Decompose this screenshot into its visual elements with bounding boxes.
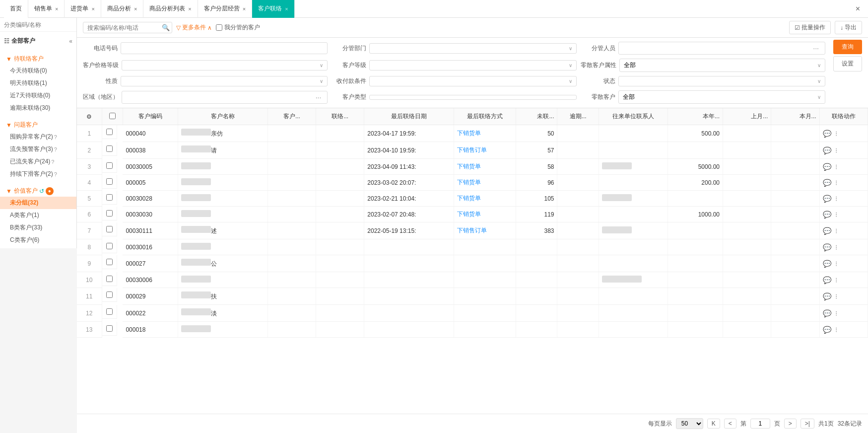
my-customers-check[interactable] bbox=[216, 24, 222, 31]
nav-tab-product-list[interactable]: 商品分析列表 × bbox=[143, 0, 198, 18]
last-page-button[interactable]: >| bbox=[801, 419, 814, 429]
row-checkbox[interactable] bbox=[106, 243, 113, 249]
more-actions-icon[interactable]: ⁝ bbox=[835, 292, 837, 300]
sidebar-item-overdue[interactable]: 逾期未联络(30) bbox=[0, 102, 76, 114]
more-actions-icon[interactable]: ⁝ bbox=[835, 260, 837, 268]
page-size-select[interactable]: 50 100 200 bbox=[676, 418, 703, 429]
close-icon[interactable]: × bbox=[285, 6, 288, 12]
more-actions-icon[interactable]: ⁝ bbox=[835, 163, 837, 171]
nav-tab-home[interactable]: 首页 bbox=[4, 0, 28, 18]
score-customers-group[interactable]: ▼ 价值客户 ↺ ● bbox=[0, 184, 76, 197]
sidebar-item-class-b[interactable]: B类客户(33) bbox=[0, 221, 76, 234]
more-actions-icon[interactable]: ⁝ bbox=[835, 276, 837, 284]
more-actions-icon[interactable]: ⁝ bbox=[835, 326, 837, 334]
batch-operation-button[interactable]: ☑ 批量操作 bbox=[789, 21, 831, 34]
chat-icon[interactable]: 💬 bbox=[823, 163, 831, 171]
nav-tab-customer-tier[interactable]: 客户分层经营 × bbox=[198, 0, 252, 18]
last-method-link[interactable]: 下销货单 bbox=[457, 195, 481, 202]
payment-select[interactable]: ∨ bbox=[369, 76, 576, 86]
manager-select[interactable]: ··· bbox=[618, 42, 825, 55]
more-actions-icon[interactable]: ⁝ bbox=[835, 243, 837, 251]
close-icon[interactable]: × bbox=[243, 6, 246, 12]
customer-level-select[interactable]: ∨ bbox=[369, 60, 576, 71]
reset-button[interactable]: 设置 bbox=[833, 56, 862, 72]
chat-icon[interactable]: 💬 bbox=[823, 326, 831, 334]
row-checkbox[interactable] bbox=[106, 162, 113, 169]
sidebar-item-churned[interactable]: 已流失客户(24) ? bbox=[0, 155, 76, 168]
more-actions-icon[interactable]: ⁝ bbox=[835, 179, 837, 187]
close-icon[interactable]: × bbox=[55, 6, 58, 12]
chat-icon[interactable]: 💬 bbox=[823, 276, 831, 284]
chat-icon[interactable]: 💬 bbox=[823, 195, 831, 203]
my-customers-checkbox[interactable]: 我分管的客户 bbox=[216, 23, 260, 32]
close-icon[interactable]: × bbox=[91, 6, 94, 12]
row-checkbox[interactable] bbox=[106, 325, 113, 332]
more-actions-icon[interactable]: ⁝ bbox=[835, 130, 837, 138]
retail-attr-select[interactable]: 全部 ∨ bbox=[619, 59, 825, 72]
close-all-button[interactable]: × bbox=[852, 4, 864, 13]
price-level-select[interactable]: ∨ bbox=[122, 60, 328, 71]
problem-customers-group[interactable]: ▼ 问题客户 bbox=[0, 118, 76, 131]
customer-type-select[interactable] bbox=[369, 95, 576, 100]
sidebar-item-tomorrow[interactable]: 明天待联络(1) bbox=[0, 77, 76, 89]
more-actions-icon[interactable]: ⁝ bbox=[835, 211, 837, 218]
gender-select[interactable]: ∨ bbox=[121, 76, 328, 86]
more-actions-icon[interactable]: ⁝ bbox=[835, 195, 837, 203]
refresh-icon[interactable]: ↺ bbox=[39, 188, 44, 195]
nav-tab-sales[interactable]: 销售单 × bbox=[28, 0, 65, 18]
sidebar-search-input[interactable] bbox=[4, 21, 77, 28]
last-method-link[interactable]: 下销货单 bbox=[457, 163, 481, 170]
nav-tab-product-analysis[interactable]: 商品分析 × bbox=[101, 0, 143, 18]
next-page-button[interactable]: > bbox=[784, 419, 797, 429]
export-button[interactable]: ↓ 导出 bbox=[835, 21, 862, 34]
region-select[interactable]: ··· bbox=[122, 91, 328, 104]
sidebar-item-hoard-anomaly[interactable]: 囤购异常客户(2) ? bbox=[0, 131, 76, 143]
last-method-link[interactable]: 下销货单 bbox=[457, 130, 481, 137]
collapse-icon[interactable]: « bbox=[69, 38, 72, 45]
status-select[interactable]: ∨ bbox=[618, 76, 825, 86]
close-icon[interactable]: × bbox=[134, 6, 137, 12]
row-checkbox[interactable] bbox=[106, 129, 113, 135]
chat-icon[interactable]: 💬 bbox=[823, 309, 831, 317]
last-method-link[interactable]: 下销货单 bbox=[457, 179, 481, 186]
retail-customer-select[interactable]: 全部 ∨ bbox=[618, 90, 825, 104]
sidebar-all-customers-header[interactable]: ☷ 全部客户 « bbox=[0, 34, 76, 48]
check-column-header[interactable] bbox=[102, 108, 123, 125]
last-method-link[interactable]: 下销售订单 bbox=[457, 146, 487, 153]
sidebar-item-today[interactable]: 今天待联络(0) bbox=[0, 65, 76, 77]
chat-icon[interactable]: 💬 bbox=[823, 146, 831, 154]
last-method-link[interactable]: 下销货单 bbox=[457, 211, 481, 217]
select-all-checkbox[interactable] bbox=[109, 113, 116, 119]
chat-icon[interactable]: 💬 bbox=[823, 227, 831, 235]
more-actions-icon[interactable]: ⁝ bbox=[835, 309, 837, 317]
first-page-button[interactable]: K bbox=[707, 419, 720, 429]
sidebar-item-churn-warning[interactable]: 流失预警客户(3) ? bbox=[0, 143, 76, 155]
row-checkbox[interactable] bbox=[106, 210, 113, 216]
pending-contact-group[interactable]: ▼ 待联络客户 bbox=[0, 52, 76, 65]
sidebar-item-class-c[interactable]: C类客户(6) bbox=[0, 234, 76, 246]
prev-page-button[interactable]: < bbox=[724, 419, 736, 429]
nav-tab-purchase[interactable]: 进货单 × bbox=[65, 0, 101, 18]
last-method-link[interactable]: 下销售订单 bbox=[457, 227, 487, 234]
row-checkbox[interactable] bbox=[106, 259, 113, 265]
more-conditions-button[interactable]: ▽ 更多条件 ∧ bbox=[176, 23, 212, 32]
more-actions-icon[interactable]: ⁝ bbox=[835, 227, 837, 235]
chat-icon[interactable]: 💬 bbox=[823, 211, 831, 218]
sidebar-item-7days[interactable]: 近7天待联络(0) bbox=[0, 89, 76, 102]
chat-icon[interactable]: 💬 bbox=[823, 243, 831, 251]
filter-search-input[interactable] bbox=[87, 24, 162, 31]
row-checkbox[interactable] bbox=[106, 308, 113, 315]
nav-tab-customer-contact[interactable]: 客户联络 × bbox=[252, 0, 294, 18]
row-checkbox[interactable] bbox=[106, 145, 113, 152]
sidebar-item-declining[interactable]: 持续下滑客户(2) ? bbox=[0, 168, 76, 180]
query-button[interactable]: 查询 bbox=[833, 40, 862, 54]
chat-icon[interactable]: 💬 bbox=[823, 292, 831, 300]
chat-icon[interactable]: 💬 bbox=[823, 260, 831, 268]
chat-icon[interactable]: 💬 bbox=[823, 179, 831, 187]
department-select[interactable]: ∨ bbox=[369, 43, 576, 54]
row-checkbox[interactable] bbox=[106, 226, 113, 232]
row-checkbox[interactable] bbox=[106, 276, 113, 282]
sidebar-item-class-a[interactable]: A类客户(1) bbox=[0, 209, 76, 221]
close-icon[interactable]: × bbox=[188, 6, 191, 12]
settings-column-header[interactable]: ⚙ bbox=[77, 108, 102, 125]
